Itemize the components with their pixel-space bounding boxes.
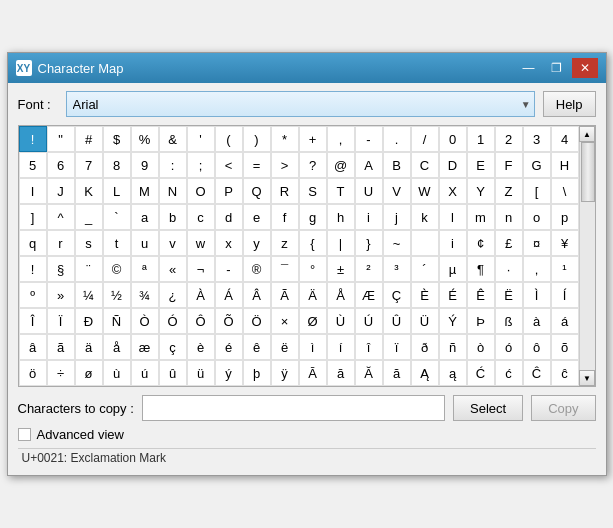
char-cell[interactable]: Ò — [131, 308, 159, 334]
char-cell[interactable]: ô — [523, 334, 551, 360]
restore-button[interactable]: ❐ — [544, 58, 570, 78]
char-cell[interactable]: Ă — [355, 360, 383, 386]
char-cell[interactable]: ¯ — [271, 256, 299, 282]
char-cell[interactable]: í — [327, 334, 355, 360]
char-cell[interactable]: ç — [159, 334, 187, 360]
char-cell[interactable]: Q — [243, 178, 271, 204]
char-cell[interactable]: ą — [439, 360, 467, 386]
char-cell[interactable]: Ĉ — [523, 360, 551, 386]
char-cell[interactable]: × — [271, 308, 299, 334]
char-cell[interactable]: > — [271, 152, 299, 178]
char-cell[interactable]: ` — [103, 204, 131, 230]
char-cell[interactable]: w — [187, 230, 215, 256]
char-cell[interactable]: é — [215, 334, 243, 360]
char-cell[interactable]: % — [131, 126, 159, 152]
char-cell[interactable]: ½ — [103, 282, 131, 308]
char-cell[interactable]: $ — [103, 126, 131, 152]
char-cell[interactable]: è — [187, 334, 215, 360]
char-cell[interactable]: X — [439, 178, 467, 204]
char-cell[interactable]: p — [551, 204, 579, 230]
char-cell[interactable]: ö — [19, 360, 47, 386]
char-cell[interactable]: = — [243, 152, 271, 178]
char-cell[interactable]: C — [411, 152, 439, 178]
close-button[interactable]: ✕ — [572, 58, 598, 78]
char-cell[interactable]: Á — [215, 282, 243, 308]
char-cell[interactable]: ă — [383, 360, 411, 386]
help-button[interactable]: Help — [543, 91, 596, 117]
minimize-button[interactable]: — — [516, 58, 542, 78]
scrollbar-thumb[interactable] — [581, 142, 595, 202]
char-cell[interactable]: ð — [411, 334, 439, 360]
char-cell[interactable]: ¤ — [523, 230, 551, 256]
char-cell[interactable]: k — [411, 204, 439, 230]
char-cell[interactable]: ! — [19, 126, 47, 152]
char-cell[interactable]: Î — [19, 308, 47, 334]
char-cell[interactable]: Z — [495, 178, 523, 204]
char-cell[interactable]: 4 — [551, 126, 579, 152]
char-cell[interactable]: } — [355, 230, 383, 256]
char-cell[interactable]: ´ — [411, 256, 439, 282]
char-cell[interactable]: Ë — [495, 282, 523, 308]
char-cell[interactable]: Í — [551, 282, 579, 308]
char-cell[interactable]: ! — [19, 256, 47, 282]
char-cell[interactable]: á — [551, 308, 579, 334]
char-cell[interactable]: Ì — [523, 282, 551, 308]
char-cell[interactable]: Ç — [383, 282, 411, 308]
char-cell[interactable]: f — [271, 204, 299, 230]
char-cell[interactable]: y — [243, 230, 271, 256]
char-cell[interactable]: G — [523, 152, 551, 178]
char-cell[interactable]: Þ — [467, 308, 495, 334]
char-cell[interactable]: þ — [243, 360, 271, 386]
char-cell[interactable]: ± — [327, 256, 355, 282]
char-cell[interactable]: ø — [75, 360, 103, 386]
char-cell[interactable]: R — [271, 178, 299, 204]
char-cell[interactable]: g — [299, 204, 327, 230]
char-cell[interactable]: < — [215, 152, 243, 178]
char-cell[interactable]: É — [439, 282, 467, 308]
char-cell[interactable]: - — [355, 126, 383, 152]
char-cell[interactable]: i — [355, 204, 383, 230]
char-cell[interactable]: ( — [215, 126, 243, 152]
char-cell[interactable]: à — [523, 308, 551, 334]
char-cell[interactable]: Ú — [355, 308, 383, 334]
char-cell[interactable]: z — [271, 230, 299, 256]
char-cell[interactable]: Û — [383, 308, 411, 334]
char-cell[interactable]: l — [439, 204, 467, 230]
char-cell[interactable]: ß — [495, 308, 523, 334]
char-cell[interactable]: U — [355, 178, 383, 204]
char-cell[interactable]: @ — [327, 152, 355, 178]
char-cell[interactable]: ¹ — [551, 256, 579, 282]
font-select[interactable]: Arial — [66, 91, 535, 117]
char-cell[interactable]: ~ — [383, 230, 411, 256]
char-cell[interactable]: ù — [103, 360, 131, 386]
char-cell[interactable]: ¿ — [159, 282, 187, 308]
char-cell[interactable]: ¢ — [467, 230, 495, 256]
char-cell[interactable]: ć — [495, 360, 523, 386]
char-cell[interactable]: * — [271, 126, 299, 152]
char-cell[interactable]: ü — [187, 360, 215, 386]
char-cell[interactable]: m — [467, 204, 495, 230]
char-cell[interactable]: ú — [131, 360, 159, 386]
char-cell[interactable]: 7 — [75, 152, 103, 178]
char-cell[interactable]: ä — [75, 334, 103, 360]
char-cell[interactable]: Ö — [243, 308, 271, 334]
char-cell[interactable]: 5 — [19, 152, 47, 178]
char-cell[interactable]: ï — [383, 334, 411, 360]
char-cell[interactable]: ² — [355, 256, 383, 282]
char-cell[interactable]: P — [215, 178, 243, 204]
char-cell[interactable]: ) — [243, 126, 271, 152]
char-cell[interactable]: 9 — [131, 152, 159, 178]
char-cell[interactable]: Ý — [439, 308, 467, 334]
char-cell[interactable]: ' — [187, 126, 215, 152]
select-button[interactable]: Select — [453, 395, 523, 421]
char-cell[interactable]: ¬ — [187, 256, 215, 282]
char-cell[interactable]: ā — [327, 360, 355, 386]
char-cell[interactable]: ¾ — [131, 282, 159, 308]
char-cell[interactable]: 2 — [495, 126, 523, 152]
char-cell[interactable]: Ć — [467, 360, 495, 386]
char-cell[interactable]: " — [47, 126, 75, 152]
char-cell[interactable]: , — [523, 256, 551, 282]
char-cell[interactable]: + — [299, 126, 327, 152]
char-cell[interactable]: ? — [299, 152, 327, 178]
char-cell[interactable]: © — [103, 256, 131, 282]
